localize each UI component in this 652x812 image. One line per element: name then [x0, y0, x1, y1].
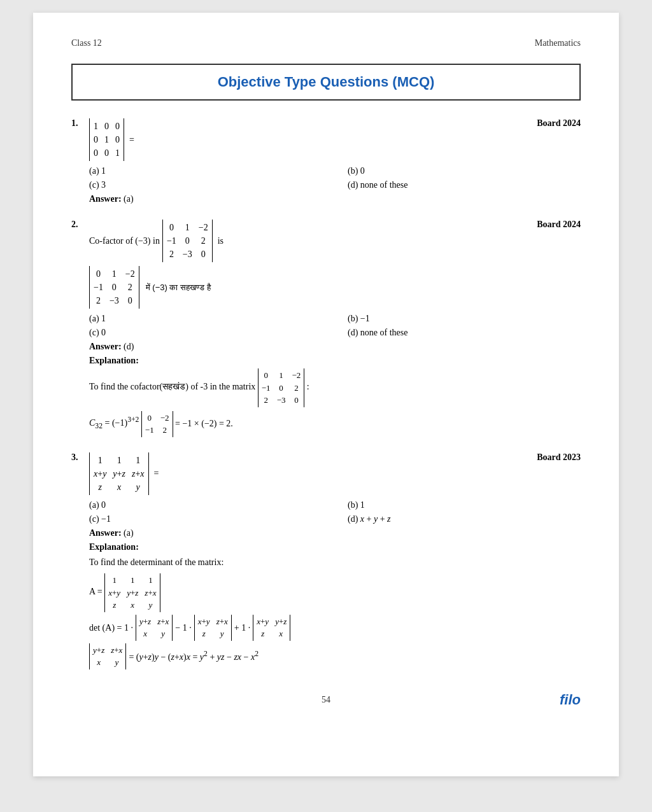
q2-matrix: 01−2 −102 2−30 — [162, 220, 213, 262]
q2-matrix-hindi: 01−2 −102 2−30 — [89, 266, 139, 309]
question-2-row: 2. Co-factor of (−3) in 01−2 −102 2−30 i… — [71, 220, 581, 262]
q2-hindi-row: 01−2 −102 2−30 में (−3) का सहखण्ड है — [89, 266, 581, 309]
question-1-content: 1. 100 010 001 = — [71, 118, 537, 161]
q1-matrix-values: 100 010 001 — [89, 118, 124, 161]
question-3: 3. 111 x+yy+zz+x zxy = Board 2023 (a) 0 … — [71, 452, 581, 669]
q3-opt-c: (c) −1 — [89, 514, 322, 524]
q3-answer-val: (a) — [124, 528, 134, 538]
q3-opt-a: (a) 0 — [89, 500, 322, 510]
q1-answer-val: (a) — [124, 194, 134, 204]
q3-matrix: 111 x+yy+zz+x zxy — [89, 452, 149, 495]
q3-exp-intro: To find the determinant of the matrix: — [89, 555, 581, 570]
q2-num: 2. — [71, 220, 83, 230]
q3-exp-title: Explanation: — [89, 542, 581, 552]
page-header: Class 12 Mathematics — [71, 38, 581, 48]
q2-answer-val: (d) — [124, 342, 134, 351]
q2-text-content: Co-factor of (−3) in 01−2 −102 2−30 is — [89, 220, 223, 262]
question-3-row: 3. 111 x+yy+zz+x zxy = Board 2023 — [71, 452, 581, 495]
q1-opt-b: (b) 0 — [348, 166, 581, 176]
q2-formula-matrix: 0−2 −12 — [141, 411, 173, 437]
q3-minor3: x+yy+z zx — [253, 615, 290, 641]
subject-label: Mathematics — [535, 38, 581, 48]
q3-matrix-values: 111 x+yy+zz+x zxy — [89, 452, 149, 495]
q1-opt-a: (a) 1 — [89, 166, 322, 176]
q2-exp-matrix: 01−2 −102 2−30 — [258, 368, 305, 407]
q3-minor2: x+yz+x zy — [194, 615, 232, 641]
q3-step2-matrix: y+zz+x xy — [89, 643, 126, 669]
q3-opt-d: (d) x + y + z — [348, 514, 581, 524]
question-2: 2. Co-factor of (−3) in 01−2 −102 2−30 i… — [71, 220, 581, 437]
q3-det-step2: y+zz+x xy = (y+z)y − (z+x)x = y2 + yz − … — [89, 643, 581, 669]
q2-matrix-values: 01−2 −102 2−30 — [162, 220, 213, 262]
q2-hindi-text: में (−3) का सहखण्ड है — [146, 283, 211, 293]
q3-exp-matrix: 111 x+yy+zz+x zxy — [104, 573, 160, 612]
q3-matrix-A: A = 111 x+yy+zz+x zxy — [89, 573, 581, 612]
page-footer: 54 filo — [71, 695, 581, 705]
q2-options: (a) 1 (b) −1 (c) 0 (d) none of these — [89, 314, 581, 338]
q2-opt-b: (b) −1 — [348, 314, 581, 324]
q2-opt-a: (a) 1 — [89, 314, 322, 324]
section-title-box: Objective Type Questions (MCQ) — [71, 64, 581, 101]
q3-num: 3. — [71, 452, 83, 463]
q3-explanation: Explanation: To find the determinant of … — [89, 542, 581, 669]
q2-exp-title: Explanation: — [89, 356, 581, 366]
q3-minor1: y+zz+x xy — [136, 615, 173, 641]
q2-explanation: Explanation: To find the cofactor(सहखंड)… — [89, 356, 581, 437]
q1-answer: Answer: (a) — [89, 194, 581, 204]
q3-answer: Answer: (a) — [89, 528, 581, 538]
q2-exp-text: To find the cofactor(सहखंड) of -3 in the… — [89, 368, 581, 407]
q3-det-expansion: det (A) = 1 · y+zz+x xy − 1 · x+yz+x zy … — [89, 615, 581, 641]
q2-matrix-hindi-vals: 01−2 −102 2−30 — [89, 266, 139, 309]
q1-board: Board 2024 — [537, 118, 581, 129]
q3-board: Board 2023 — [537, 452, 581, 463]
page-number: 54 — [322, 695, 330, 705]
filo-logo: filo — [560, 692, 581, 708]
q1-options: (a) 1 (b) 0 (c) 3 (d) none of these — [89, 166, 581, 190]
class-label: Class 12 — [71, 38, 102, 48]
section-title: Objective Type Questions (MCQ) — [85, 74, 567, 90]
q1-matrix: 100 010 001 — [89, 118, 124, 161]
q2-answer: Answer: (d) — [89, 342, 581, 352]
q1-num: 1. — [71, 118, 83, 129]
q3-matrix-content: 111 x+yy+zz+x zxy = — [89, 452, 159, 495]
q2-opt-d: (d) none of these — [348, 328, 581, 338]
q1-opt-d: (d) none of these — [348, 180, 581, 190]
page: Class 12 Mathematics Objective Type Ques… — [33, 13, 619, 776]
q3-options: (a) 0 (b) 1 (c) −1 (d) x + y + z — [89, 500, 581, 524]
q2-board: Board 2024 — [537, 220, 581, 230]
q2-opt-c: (c) 0 — [89, 328, 322, 338]
q3-opt-b: (b) 1 — [348, 500, 581, 510]
q2-formula: C32 = (−1)3+2 0−2 −12 = −1 × (−2) = 2. — [89, 411, 581, 437]
question-2-content: 2. Co-factor of (−3) in 01−2 −102 2−30 i… — [71, 220, 537, 262]
question-1: 1. 100 010 001 = Board 2024 (a) 1 (b) 0 … — [71, 118, 581, 204]
question-3-content: 3. 111 x+yy+zz+x zxy = — [71, 452, 537, 495]
q1-opt-c: (c) 3 — [89, 180, 322, 190]
question-1-row: 1. 100 010 001 = Board 2024 — [71, 118, 581, 161]
q1-matrix-content: 100 010 001 = — [89, 118, 134, 161]
